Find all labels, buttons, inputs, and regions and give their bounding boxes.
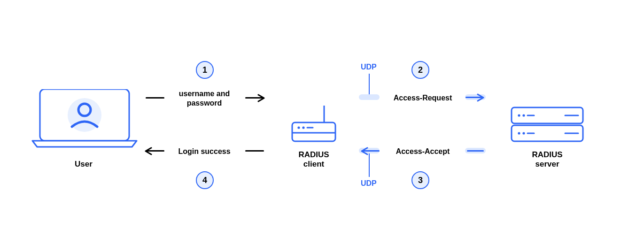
server-icon [510, 106, 585, 145]
server-label: RADIUS server [519, 150, 575, 169]
svg-point-15 [518, 132, 520, 134]
arrow-step-1-tail [146, 97, 164, 99]
step-badge-3: 3 [411, 171, 429, 189]
arrow-step-3-tail [467, 150, 484, 152]
diagram-canvas: User RADIUS client [0, 0, 644, 252]
udp-stem-2 [369, 74, 370, 97]
arrow-step-2 [466, 97, 483, 98]
router-icon [290, 106, 337, 145]
svg-rect-4 [292, 122, 335, 141]
user-label: User [70, 160, 98, 169]
arrow-step-4-tail [245, 150, 264, 152]
svg-point-16 [522, 132, 525, 134]
udp-label-3: UDP [361, 179, 377, 188]
svg-point-11 [518, 114, 520, 116]
arrow-step-3 [362, 150, 380, 152]
flow-label-3: Access-Accept [385, 147, 460, 156]
user-icon [31, 89, 139, 150]
svg-point-6 [297, 126, 300, 129]
svg-point-7 [302, 126, 304, 129]
arrow-step-1-head [245, 97, 264, 99]
step-badge-1: 1 [196, 61, 214, 79]
flow-label-1: username and password [169, 89, 240, 108]
client-label: RADIUS client [286, 150, 342, 169]
arrow-step-4-head [146, 150, 164, 152]
step-badge-2: 2 [411, 61, 429, 79]
flow-label-2: Access-Request [385, 93, 460, 103]
udp-pill-2 [359, 94, 380, 100]
step-badge-4: 4 [196, 171, 214, 189]
udp-stem-3 [369, 153, 370, 177]
svg-point-12 [522, 114, 525, 116]
udp-label-2: UDP [361, 63, 377, 71]
flow-label-4: Login success [169, 147, 240, 156]
